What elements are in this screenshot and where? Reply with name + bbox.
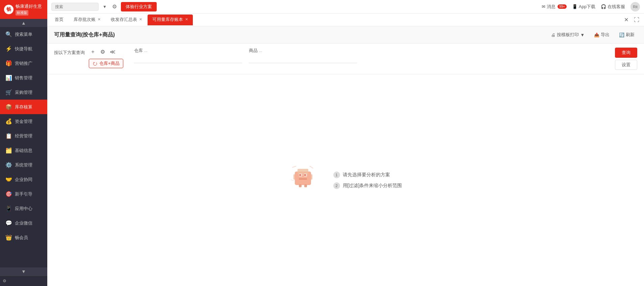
app-icon: 📱: [572, 4, 577, 9]
tab-collect-summary-close[interactable]: ✕: [139, 17, 142, 22]
tip-text-2: 用[过滤]条件来缩小分析范围: [343, 183, 402, 189]
tab-expand-btn[interactable]: ⛶: [632, 16, 641, 24]
tab-available-ledger-label: 可用量库存账本: [152, 17, 183, 23]
sidebar-label-purchase: 采购管理: [15, 89, 32, 96]
sidebar-icon-purchase: 🛒: [5, 89, 12, 96]
filter-option-label: 仓库+商品: [99, 60, 120, 67]
sidebar-icon-finance: 💰: [5, 118, 12, 125]
sidebar-nav: 🔍搜索菜单⚡快捷导航🎁营销推广📊销售管理🛒采购管理📦库存核算💰资金管理📋经营管理…: [0, 27, 47, 267]
sidebar-item-finance[interactable]: 💰资金管理: [0, 114, 47, 129]
export-btn[interactable]: 📤 导出: [591, 30, 612, 39]
online-service-btn[interactable]: 🎧 在线客服: [601, 4, 625, 10]
filter-options: ＋ ⚙ ≪ ⭮ 仓库+商品: [89, 48, 123, 68]
sidebar-item-operation[interactable]: 📋经营管理: [0, 129, 47, 143]
sidebar-item-newbie[interactable]: 🎯新手引导: [0, 187, 47, 201]
tabbar: 首页 库存批次账 ✕ 收发存汇总表 ✕ 可用量库存账本 ✕ ✕ ⛶: [47, 14, 644, 26]
sidebar-item-system[interactable]: ⚙️系统管理: [0, 158, 47, 172]
tab-collect-summary[interactable]: 收发存汇总表 ✕: [106, 15, 147, 25]
filter-field-goods-label: 商品 ...: [249, 48, 357, 54]
message-btn[interactable]: ✉ 消息 99+: [542, 4, 567, 10]
filter-label: 按以下方案查询: [54, 48, 85, 56]
warehouse-more-btn[interactable]: ...: [144, 48, 148, 53]
sidebar-label-sales: 销售管理: [15, 75, 32, 81]
sidebar-item-collab[interactable]: 🤝企业协同: [0, 172, 47, 187]
sidebar-item-member[interactable]: 👑畅会员: [0, 230, 47, 245]
sidebar-item-shortcut[interactable]: ⚡快捷导航: [0, 42, 47, 56]
topbar: ▼ ⚙ 体验行业方案 ✉ 消息 99+ 📱 App下载 🎧 在线客服 Rit: [47, 0, 644, 14]
sidebar-label-wechat: 企业微信: [15, 220, 32, 226]
sidebar-label-marketing: 营销推广: [15, 60, 32, 67]
message-label: 消息: [547, 4, 556, 10]
topbar-settings-btn[interactable]: ⚙: [111, 3, 118, 10]
sidebar-item-inventory[interactable]: 📦库存核算: [0, 100, 47, 114]
sidebar-icon-collab: 🤝: [5, 176, 12, 183]
svg-line-11: [292, 166, 296, 167]
print-dropdown-icon: ▼: [580, 32, 585, 37]
empty-state: 1请先选择要分析的方案2用[过滤]条件来缩小分析范围: [47, 74, 644, 286]
sidebar-label-finance: 资金管理: [15, 119, 32, 125]
sidebar-icon-basic: 🗂️: [5, 147, 12, 154]
sidebar-icon-search: 🔍: [5, 31, 12, 37]
filter-field-goods: 商品 ...: [249, 48, 357, 63]
app-download-btn[interactable]: 📱 App下载: [572, 4, 595, 10]
filter-add-btn[interactable]: ＋: [89, 48, 97, 56]
sidebar-item-sales[interactable]: 📊销售管理: [0, 71, 47, 85]
svg-rect-1: [298, 169, 308, 174]
tab-batch-account[interactable]: 库存批次账 ✕: [69, 15, 105, 25]
sidebar-item-wechat[interactable]: 💬企业微信: [0, 216, 47, 230]
filter-config-btn[interactable]: ⚙: [99, 48, 106, 56]
sidebar-icon-inventory: 📦: [5, 104, 12, 110]
tab-available-ledger-close[interactable]: ✕: [185, 17, 188, 22]
logo-icon: 畅: [4, 5, 14, 14]
search-dropdown-btn[interactable]: ▼: [101, 4, 108, 10]
filter-area: 按以下方案查询 ＋ ⚙ ≪ ⭮ 仓库+商品 仓库 ...: [47, 44, 644, 74]
industry-btn[interactable]: 体验行业方案: [121, 2, 157, 11]
sidebar-scroll-down[interactable]: ▼: [0, 267, 47, 276]
goods-more-btn[interactable]: ...: [259, 48, 262, 53]
sidebar-item-appstore[interactable]: 📱应用中心: [0, 201, 47, 216]
service-label: 在线客服: [608, 4, 625, 10]
tip-num-1: 1: [333, 172, 340, 178]
svg-rect-7: [293, 174, 295, 180]
sidebar-item-search[interactable]: 🔍搜索菜单: [0, 27, 47, 42]
sidebar-icon-wechat: 💬: [5, 220, 12, 226]
sidebar-label-collab: 企业协同: [15, 177, 32, 183]
goods-label-text: 商品: [249, 48, 258, 54]
tip-num-2: 2: [333, 182, 340, 189]
sidebar-label-inventory: 库存核算: [15, 104, 32, 110]
sidebar-icon-member: 👑: [5, 234, 12, 241]
svg-rect-6: [299, 178, 307, 180]
sidebar-scroll-up[interactable]: ▲: [0, 19, 47, 27]
filter-collapse-btn[interactable]: ≪: [108, 48, 117, 56]
sidebar-label-appstore: 应用中心: [15, 206, 32, 212]
filter-fields: 仓库 ... 商品 ...: [134, 48, 611, 63]
filter-option-warehouse-goods[interactable]: ⭮ 仓库+商品: [89, 59, 123, 68]
print-icon: 🖨: [551, 32, 556, 37]
tab-available-ledger[interactable]: 可用量库存账本 ✕: [148, 15, 193, 25]
tab-batch-account-close[interactable]: ✕: [98, 17, 101, 22]
filter-option-icon: ⭮: [93, 61, 97, 66]
sidebar-label-search: 搜索菜单: [15, 31, 32, 37]
empty-illustration: [289, 163, 323, 197]
sidebar-item-basic[interactable]: 🗂️基础信息: [0, 143, 47, 158]
sidebar-bottom: ⚙: [0, 276, 47, 286]
filter-field-warehouse-label: 仓库 ...: [134, 48, 242, 54]
sidebar-label-operation: 经营管理: [15, 133, 32, 139]
refresh-btn[interactable]: 🔄 刷新: [616, 30, 637, 39]
filter-field-warehouse: 仓库 ...: [134, 48, 242, 63]
tab-close-all-btn[interactable]: ✕: [622, 16, 630, 24]
goods-input[interactable]: [249, 55, 357, 63]
query-btn[interactable]: 查询: [615, 48, 637, 58]
tab-home[interactable]: 首页: [50, 15, 68, 25]
sidebar: 畅 畅康通好生意 标准版 ▲ 🔍搜索菜单⚡快捷导航🎁营销推广📊销售管理🛒采购管理…: [0, 0, 47, 286]
search-input[interactable]: [51, 3, 99, 11]
avatar[interactable]: Rit: [630, 2, 640, 11]
sidebar-item-marketing[interactable]: 🎁营销推广: [0, 56, 47, 71]
logo-text: 畅康通好生意 标准版: [16, 3, 42, 16]
sidebar-item-purchase[interactable]: 🛒采购管理: [0, 85, 47, 100]
warehouse-input[interactable]: [134, 55, 242, 63]
settings-sm-btn[interactable]: 设置: [615, 60, 637, 70]
tip-text-1: 请先选择要分析的方案: [343, 172, 390, 178]
print-btn[interactable]: 🖨 按模板打印 ▼: [548, 30, 587, 39]
sidebar-label-member: 畅会员: [15, 235, 28, 241]
